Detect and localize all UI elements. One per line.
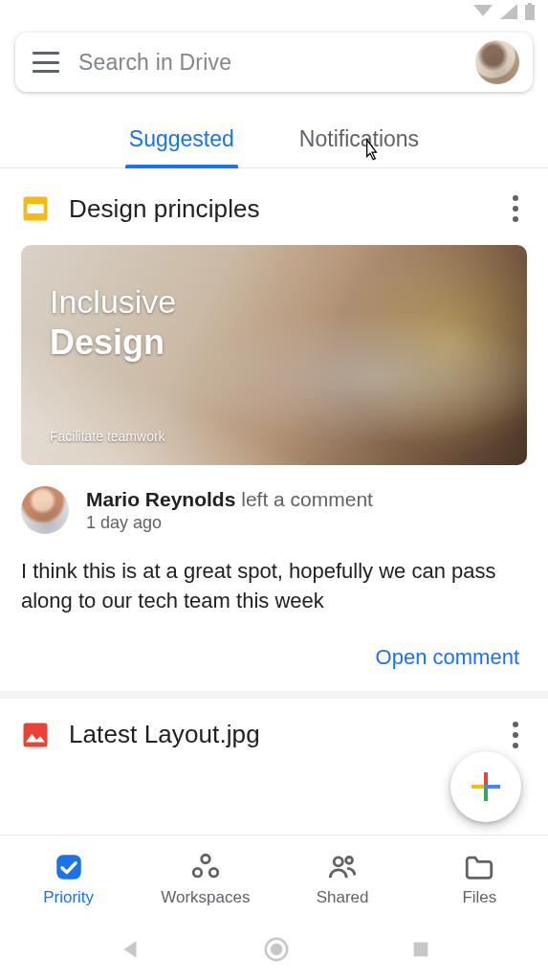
new-fab[interactable]: [450, 751, 521, 822]
commenter-avatar[interactable]: [21, 486, 69, 534]
nav-workspaces[interactable]: Workspaces: [137, 835, 274, 923]
comment-body: I think this is at a great spot, hopeful…: [21, 557, 527, 616]
suggested-card: Design principles Inclusive Design Facil…: [0, 168, 548, 691]
image-file-icon: [21, 721, 50, 749]
svg-point-15: [346, 857, 353, 863]
tab-notifications[interactable]: Notifications: [296, 119, 423, 167]
card-title[interactable]: Design principles: [69, 194, 485, 224]
home-button[interactable]: [262, 935, 291, 968]
open-comment-button[interactable]: Open comment: [376, 645, 519, 670]
section-divider: [0, 691, 548, 699]
commenter-name: Mario Reynolds: [86, 488, 235, 510]
card-title[interactable]: Latest Layout.jpg: [69, 720, 485, 749]
account-avatar[interactable]: [475, 40, 519, 84]
search-bar[interactable]: Search in Drive: [15, 33, 533, 92]
svg-rect-4: [24, 723, 48, 746]
svg-rect-3: [27, 204, 44, 213]
nav-label: Workspaces: [161, 888, 250, 907]
svg-rect-8: [488, 785, 500, 789]
tab-suggested[interactable]: Suggested: [125, 119, 238, 167]
shared-icon: [326, 851, 359, 883]
file-preview[interactable]: Inclusive Design Facilitate teamwork: [21, 245, 527, 465]
nav-files[interactable]: Files: [411, 835, 548, 923]
nav-priority[interactable]: Priority: [0, 835, 137, 923]
svg-rect-10: [56, 855, 81, 880]
recents-button[interactable]: [410, 939, 431, 964]
svg-point-11: [202, 855, 210, 863]
comment-header: Mario Reynolds left a comment 1 day ago: [21, 486, 527, 534]
priority-icon: [53, 851, 85, 883]
svg-rect-6: [484, 789, 488, 801]
svg-rect-1: [528, 3, 532, 5]
svg-rect-5: [484, 772, 488, 785]
svg-rect-0: [525, 5, 535, 20]
wifi-dropdown-icon: [473, 5, 493, 18]
comment-action: left a comment: [241, 488, 373, 510]
svg-rect-9: [484, 785, 488, 789]
nav-label: Files: [462, 888, 496, 907]
svg-point-14: [334, 857, 342, 865]
nav-label: Shared: [317, 888, 369, 907]
preview-heading-line2: Design: [50, 323, 176, 363]
svg-point-17: [270, 944, 282, 956]
svg-rect-18: [413, 943, 427, 957]
nav-shared[interactable]: Shared: [274, 835, 411, 923]
back-button[interactable]: [118, 937, 142, 966]
svg-point-12: [193, 868, 202, 877]
signal-icon: [500, 4, 517, 19]
bottom-nav: Priority Workspaces Shared: [0, 835, 548, 923]
files-icon: [463, 851, 495, 883]
search-placeholder[interactable]: Search in Drive: [78, 50, 456, 76]
preview-subtitle: Facilitate teamwork: [50, 429, 165, 444]
plus-icon: [470, 770, 502, 803]
nav-label: Priority: [43, 888, 94, 907]
tabs: Suggested Notifications: [0, 119, 548, 168]
battery-icon: [525, 3, 535, 20]
slides-icon: [21, 194, 50, 223]
preview-heading-line1: Inclusive: [50, 283, 176, 321]
svg-point-13: [209, 868, 218, 877]
menu-icon[interactable]: [33, 52, 59, 73]
comment-time: 1 day ago: [86, 513, 373, 533]
system-nav-bar: [0, 923, 548, 980]
svg-rect-7: [471, 785, 484, 789]
status-bar: [0, 0, 548, 23]
workspaces-icon: [189, 851, 222, 883]
more-options-button[interactable]: [504, 189, 527, 228]
more-options-button[interactable]: [504, 716, 527, 754]
